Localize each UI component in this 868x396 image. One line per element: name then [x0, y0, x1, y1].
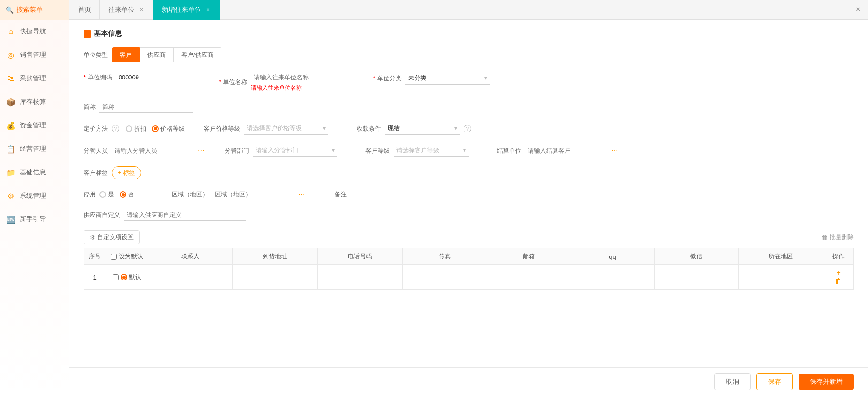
sales-icon: ◎ [6, 50, 16, 60]
sidebar-item-system[interactable]: ⚙ 系统管理 [0, 184, 69, 208]
cell-phone [318, 265, 403, 290]
customer-level-placeholder: 请选择客户等级 [396, 146, 439, 155]
contacts-table: 序号 设为默认 联系人 到货地址 电话号码 传真 邮箱 qq [84, 248, 854, 290]
operations-icon: 📋 [6, 144, 16, 154]
chevron-down-icon: ▾ [323, 125, 326, 132]
default-label: 默认 [129, 273, 141, 281]
unit-type-customer-btn[interactable]: 客户 [112, 47, 140, 62]
tab-new-partner[interactable]: 新增往来单位 × [153, 0, 220, 20]
delete-row-btn[interactable]: 🗑 [833, 277, 844, 286]
customer-level-select[interactable]: 请选择客户等级 ▾ [394, 144, 469, 157]
sidebar-item-label: 新手引导 [20, 215, 46, 224]
unit-name-input[interactable] [251, 72, 345, 83]
tab-home[interactable]: 首页 [69, 0, 100, 20]
pricing-method-field: 定价方法 ? 折扣 价格等级 [84, 124, 185, 133]
form-content: 基本信息 单位类型 客户 供应商 客户/供应商 单位编码 单位名称 [69, 20, 868, 396]
section-icon [84, 30, 91, 38]
wechat-input[interactable] [659, 274, 733, 281]
add-tag-btn[interactable]: + 标签 [112, 166, 141, 179]
unit-category-value: 未分类 [408, 74, 426, 82]
table-header-row: 序号 设为默认 联系人 到货地址 电话号码 传真 邮箱 qq [84, 248, 854, 265]
pricing-radio-level[interactable]: 价格等级 [152, 124, 185, 133]
col-address: 到货地址 [233, 248, 318, 265]
department-label: 分管部门 [225, 147, 249, 155]
short-name-label: 简称 [84, 103, 96, 111]
tab-partners-close[interactable]: × [138, 6, 145, 14]
sidebar-item-guide[interactable]: 🆕 新手引导 [0, 208, 69, 231]
sidebar-item-sales[interactable]: ◎ 销售管理 [0, 43, 69, 67]
batch-delete-btn[interactable]: 🗑 批量删除 [822, 233, 854, 241]
save-new-button[interactable]: 保存并新增 [799, 374, 854, 390]
disabled-yes[interactable]: 是 [99, 190, 114, 199]
cell-email [487, 265, 571, 290]
address-input[interactable] [237, 274, 312, 281]
row-checkbox[interactable] [113, 274, 119, 280]
short-name-field: 简称 [84, 101, 193, 113]
remark-input[interactable] [350, 189, 444, 200]
pricing-row: 定价方法 ? 折扣 价格等级 客户价格等级 [84, 122, 854, 135]
tab-partners[interactable]: 往来单位 × [100, 0, 153, 20]
region-dots-btn[interactable]: ··· [297, 189, 306, 200]
sidebar-item-quick-nav[interactable]: ⌂ 快捷导航 [0, 20, 69, 43]
payment-terms-help-icon[interactable]: ? [464, 125, 471, 132]
sidebar-item-finance[interactable]: 💰 资金管理 [0, 114, 69, 137]
cancel-button[interactable]: 取消 [714, 373, 751, 390]
region-input[interactable] [743, 274, 818, 281]
sidebar-item-basic-info[interactable]: 📁 基础信息 [0, 161, 69, 184]
payment-terms-select[interactable]: 现结 ▾ [385, 122, 460, 135]
sidebar-item-purchase[interactable]: 🛍 采购管理 [0, 67, 69, 90]
sidebar: 🔍 搜索菜单 ⌂ 快捷导航 ◎ 销售管理 🛍 采购管理 📦 库存核算 💰 资金管… [0, 0, 69, 396]
qq-input[interactable] [576, 274, 649, 281]
sidebar-item-operations[interactable]: 📋 经营管理 [0, 137, 69, 161]
add-row-btn[interactable]: + [835, 269, 843, 277]
disabled-no[interactable]: 否 [120, 190, 134, 199]
manager-input[interactable] [112, 145, 196, 156]
phone-input[interactable] [322, 274, 397, 281]
save-button[interactable]: 保存 [756, 373, 793, 390]
region-input[interactable] [212, 189, 297, 200]
customer-price-level-field: 客户价格等级 请选择客户价格等级 ▾ [204, 122, 328, 135]
settlement-input[interactable] [525, 145, 609, 156]
manager-dots-btn[interactable]: ··· [196, 145, 206, 155]
tag-row: 客户标签 + 标签 [84, 166, 854, 179]
contact-input[interactable] [153, 274, 228, 281]
short-name-input[interactable] [99, 101, 193, 113]
finance-icon: 💰 [6, 120, 16, 131]
inventory-icon: 📦 [6, 97, 16, 107]
cell-actions: + 🗑 [823, 265, 854, 290]
pricing-help-icon[interactable]: ? [112, 125, 119, 132]
sidebar-item-label: 系统管理 [20, 192, 46, 200]
sidebar-search[interactable]: 🔍 搜索菜单 [0, 0, 69, 20]
unit-type-both-btn[interactable]: 客户/供应商 [174, 47, 221, 62]
disabled-field: 停用 是 否 [84, 190, 134, 199]
pricing-radio-discount[interactable]: 折扣 [126, 124, 146, 133]
section-title-text: 基本信息 [94, 29, 122, 38]
row-default-circle [121, 274, 127, 280]
unit-type-supplier-btn[interactable]: 供应商 [140, 47, 174, 62]
supplier-custom-row: 供应商自定义 [84, 210, 854, 221]
tab-new-partner-close[interactable]: × [205, 6, 211, 14]
custom-setting-btn[interactable]: ⚙ 自定义项设置 [84, 230, 140, 244]
unit-category-label: 单位分类 [373, 74, 402, 83]
settlement-dots-btn[interactable]: ··· [609, 145, 619, 155]
unit-name-error: 请输入往来单位名称 [251, 84, 345, 92]
window-close-btn[interactable]: × [848, 5, 868, 15]
customer-price-level-select[interactable]: 请选择客户价格等级 ▾ [244, 122, 328, 135]
unit-code-input[interactable] [116, 72, 200, 83]
department-select[interactable]: 请输入分管部门 ▾ [253, 144, 337, 157]
remark-field: 备注 [335, 189, 444, 200]
fax-input[interactable] [407, 274, 481, 281]
supplier-custom-input[interactable] [124, 210, 246, 221]
sidebar-item-inventory[interactable]: 📦 库存核算 [0, 90, 69, 114]
row-default-radio[interactable]: 默认 [121, 273, 141, 281]
settlement-input-group: ··· [525, 145, 619, 156]
level-radio-dot [154, 127, 157, 130]
email-input[interactable] [492, 274, 566, 281]
select-all-checkbox[interactable] [111, 254, 117, 260]
save-label: 保存 [768, 378, 781, 385]
unit-category-select[interactable]: 未分类 ▾ [405, 72, 490, 85]
col-seq: 序号 [84, 248, 106, 265]
contacts-table-section: ⚙ 自定义项设置 🗑 批量删除 序号 设为默认 [84, 230, 854, 290]
level-radio-circle [152, 125, 159, 132]
sidebar-item-label: 销售管理 [20, 51, 46, 59]
